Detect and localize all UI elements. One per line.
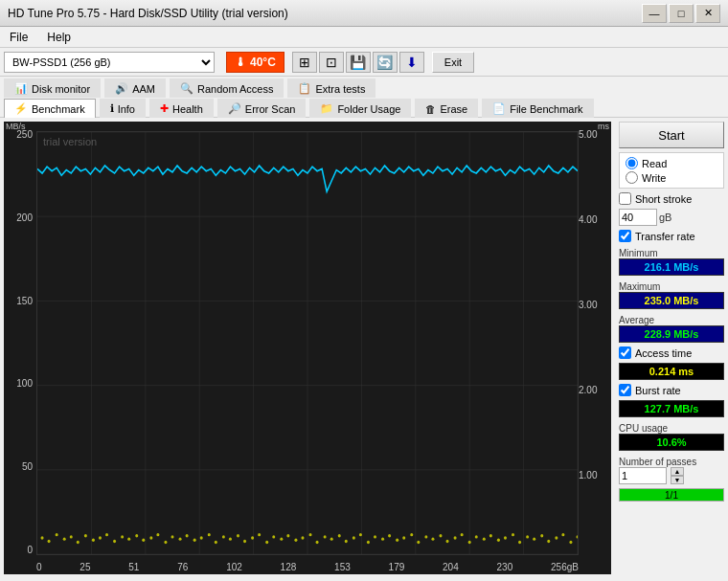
svg-point-36 xyxy=(186,534,189,537)
start-button[interactable]: Start xyxy=(619,122,724,148)
minimize-button[interactable]: — xyxy=(642,4,667,23)
exit-button[interactable]: Exit xyxy=(432,52,474,73)
x-label-76: 76 xyxy=(177,562,188,572)
chart-svg xyxy=(37,132,578,554)
passes-down-button[interactable]: ▼ xyxy=(671,476,684,484)
svg-point-52 xyxy=(301,536,304,539)
svg-point-19 xyxy=(63,537,66,540)
device-select[interactable]: BW-PSSD1 (256 gB) xyxy=(4,52,215,73)
read-radio-label[interactable]: Read xyxy=(626,157,717,169)
progress-text: 1/1 xyxy=(620,489,723,503)
temperature-value: 40°C xyxy=(250,56,276,69)
access-time-checkbox[interactable] xyxy=(619,346,631,359)
svg-point-47 xyxy=(265,541,268,544)
help-menu[interactable]: Help xyxy=(41,29,77,46)
write-radio[interactable] xyxy=(626,171,638,184)
toolbar-btn-2[interactable]: ⊡ xyxy=(319,52,344,73)
access-time-value: 0.214 ms xyxy=(619,363,724,380)
toolbar-btn-3[interactable]: 💾 xyxy=(346,52,371,73)
svg-point-20 xyxy=(70,535,73,538)
tab-health[interactable]: ✚ Health xyxy=(149,99,214,118)
svg-point-69 xyxy=(424,535,427,538)
svg-point-70 xyxy=(431,537,434,540)
svg-point-86 xyxy=(547,540,550,543)
stroke-input-row: gB xyxy=(619,209,724,226)
burst-rate-value: 127.7 MB/s xyxy=(619,400,724,417)
svg-point-64 xyxy=(388,534,391,537)
x-label-25: 25 xyxy=(80,562,90,572)
svg-point-89 xyxy=(569,541,572,544)
benchmark-icon: ⚡ xyxy=(14,102,28,115)
maximum-label: Maximum xyxy=(619,281,724,292)
svg-point-59 xyxy=(353,536,355,539)
passes-section: Number of passes ▲ ▼ xyxy=(619,455,724,484)
tab-info[interactable]: ℹ Info xyxy=(100,99,146,118)
folder-usage-icon: 📁 xyxy=(320,102,333,115)
x-label-230: 230 xyxy=(497,562,513,572)
tab-benchmark[interactable]: ⚡ Benchmark xyxy=(4,99,96,118)
svg-point-48 xyxy=(272,535,275,538)
svg-point-28 xyxy=(127,537,130,540)
maximize-button[interactable]: □ xyxy=(669,4,694,23)
svg-point-34 xyxy=(171,535,173,538)
toolbar-btn-5[interactable]: ⬇ xyxy=(399,52,424,73)
window-controls: — □ ✕ xyxy=(642,4,720,23)
access-time-row: Access time xyxy=(619,346,724,359)
transfer-rate-checkbox[interactable] xyxy=(619,230,631,242)
svg-point-50 xyxy=(286,534,289,537)
erase-icon: 🗑 xyxy=(425,103,436,115)
stroke-value-input[interactable] xyxy=(619,209,657,226)
minimum-label: Minimum xyxy=(619,248,724,258)
passes-input-row: ▲ ▼ xyxy=(619,467,724,484)
close-button[interactable]: ✕ xyxy=(695,4,720,23)
info-icon: ℹ xyxy=(110,102,114,115)
tab-error-scan[interactable]: 🔎 Error Scan xyxy=(217,99,307,118)
read-radio[interactable] xyxy=(626,157,638,169)
tab-erase[interactable]: 🗑 Erase xyxy=(415,99,478,118)
tab-disk-monitor[interactable]: 📊 Disk monitor xyxy=(4,78,101,98)
passes-label: Number of passes xyxy=(619,457,724,467)
file-menu[interactable]: File xyxy=(4,29,34,46)
tab-folder-usage[interactable]: 📁 Folder Usage xyxy=(309,99,411,118)
y-unit-left: MB/s xyxy=(6,122,26,131)
tab-aam[interactable]: 🔊 AAM xyxy=(104,78,166,98)
tab-file-benchmark[interactable]: 📄 File Benchmark xyxy=(482,99,593,118)
x-label-204: 204 xyxy=(443,562,459,572)
x-label-0: 0 xyxy=(36,562,42,572)
toolbar-btn-1[interactable]: ⊞ xyxy=(292,52,317,73)
svg-point-88 xyxy=(561,533,564,536)
minimum-section: Minimum 216.1 MB/s xyxy=(619,246,724,276)
svg-point-77 xyxy=(483,537,486,540)
read-write-group: Read Write xyxy=(619,152,724,189)
extra-tests-icon: 📋 xyxy=(298,82,311,95)
write-radio-label[interactable]: Write xyxy=(626,171,717,184)
svg-point-56 xyxy=(330,537,333,540)
toolbar-btn-4[interactable]: 🔄 xyxy=(373,52,398,73)
svg-point-80 xyxy=(504,536,507,539)
short-stroke-checkbox[interactable] xyxy=(619,192,631,205)
svg-point-44 xyxy=(243,540,246,543)
passes-input[interactable] xyxy=(619,467,667,484)
x-label-153: 153 xyxy=(334,562,351,572)
svg-point-68 xyxy=(417,541,420,544)
passes-up-button[interactable]: ▲ xyxy=(671,467,684,476)
svg-point-26 xyxy=(113,540,116,543)
y-label-0: 0 xyxy=(6,545,36,555)
svg-point-46 xyxy=(258,533,261,536)
x-label-256: 256gB xyxy=(551,562,579,572)
svg-point-35 xyxy=(179,537,182,540)
svg-point-54 xyxy=(316,541,319,544)
svg-point-82 xyxy=(518,541,521,544)
tab-extra-tests[interactable]: 📋 Extra tests xyxy=(287,78,375,98)
svg-point-61 xyxy=(367,541,370,544)
burst-rate-checkbox[interactable] xyxy=(619,384,631,396)
y-label-150: 150 xyxy=(6,296,36,306)
svg-point-81 xyxy=(512,533,514,536)
tab-random-access[interactable]: 🔍 Random Access xyxy=(170,78,284,98)
svg-point-25 xyxy=(105,533,108,536)
title-bar: HD Tune Pro 5.75 - Hard Disk/SSD Utility… xyxy=(0,0,728,27)
svg-point-72 xyxy=(446,540,449,543)
maximum-section: Maximum 235.0 MB/s xyxy=(619,279,724,309)
svg-point-23 xyxy=(92,539,95,542)
svg-point-60 xyxy=(359,533,362,536)
